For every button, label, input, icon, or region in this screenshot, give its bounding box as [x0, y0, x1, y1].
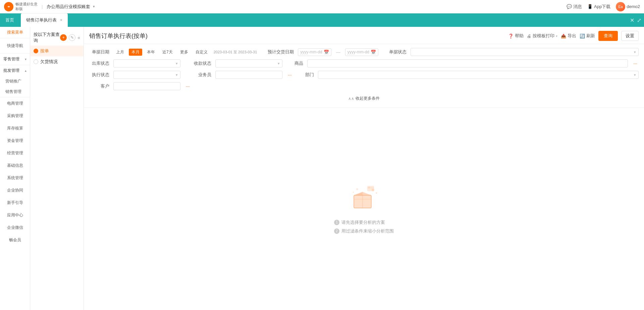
salesperson-input[interactable] — [215, 71, 282, 79]
doc-status-select[interactable] — [411, 48, 639, 56]
sidebar-item-wechat[interactable]: 企业微信 — [0, 221, 30, 234]
customer-label: 客户 — [89, 83, 109, 89]
download-icon: 📱 — [587, 4, 593, 9]
sidebar-item-finance[interactable]: 资金管理 — [0, 135, 30, 147]
product-input[interactable] — [307, 59, 628, 67]
tab-expand-icon[interactable]: ⤢ — [637, 17, 641, 23]
search-button[interactable]: 查询 — [598, 31, 618, 41]
shipment-status-label: 出库状态 — [89, 60, 109, 66]
customer-input[interactable] — [113, 82, 180, 90]
header-right: 💬 消息 📱 App下载 Ea demo2 — [567, 2, 640, 11]
sidebar-item-base-info[interactable]: 基础信息 — [0, 159, 30, 172]
sidebar-item-app-center[interactable]: 应用中心 — [0, 209, 30, 221]
left-panel-add-button[interactable]: + — [60, 34, 67, 41]
empty-tips: 1 请先选择要分析的方案 2 用过滤条件来缩小分析范围 — [334, 218, 394, 236]
settings-button[interactable]: 设置 — [621, 31, 639, 41]
left-panel-header: 按以下方案查询 + ✎ « — [30, 30, 84, 46]
sidebar-item-enterprise[interactable]: 企业协同 — [0, 184, 30, 197]
payment-status-select[interactable] — [215, 59, 282, 67]
filter-row-3: 执行状态 业务员 ··· 部门 — [89, 71, 639, 79]
filter-row-2: 出库状态 收款状态 商品 — [89, 59, 639, 67]
user-profile[interactable]: Ea demo2 — [616, 2, 640, 11]
left-panel-collapse-icon[interactable]: « — [77, 35, 80, 40]
export-button[interactable]: 📤 导出 — [561, 33, 576, 39]
date-tab-this-month[interactable]: 本月 — [129, 49, 142, 56]
breadcrumb-chevron-icon[interactable]: ▾ — [93, 4, 95, 9]
sidebar-item-purchase[interactable]: 采购管理 — [0, 110, 30, 122]
sidebar-search[interactable]: 搜索菜单 — [0, 27, 30, 38]
date-tab-more[interactable]: 更多 — [177, 49, 191, 56]
breadcrumb-text: 办公用品行业模拟账套 — [47, 4, 90, 10]
messages-button[interactable]: 💬 消息 — [567, 4, 582, 10]
date-tab-7days[interactable]: 近7天 — [160, 49, 175, 56]
sidebar-item-quick-nav[interactable]: 快捷导航 — [0, 40, 30, 51]
tab-home[interactable]: 首页 — [0, 13, 19, 27]
left-panel-edit-button[interactable]: ✎ — [69, 34, 75, 41]
dept-select[interactable] — [318, 71, 639, 79]
doc-status-select-wrap — [411, 48, 639, 56]
empty-state-icon: ✦ ✦ — [349, 183, 379, 213]
empty-tip-row-2: 2 用过滤条件来缩小分析范围 — [334, 227, 394, 236]
date-range-separator: — — [335, 50, 341, 55]
left-panel: 按以下方案查询 + ✎ « 按单 欠货情况 — [30, 27, 84, 310]
left-panel-item-shortage[interactable]: 欠货情况 — [30, 56, 84, 67]
header-left: 畅捷通好生意 标版 | 办公用品行业模拟账套 ▾ — [4, 2, 95, 11]
product-more-icon[interactable]: ··· — [632, 61, 639, 66]
filter-row-4: 客户 ··· — [89, 82, 639, 90]
tab-close-icon[interactable]: × — [60, 18, 62, 22]
sidebar-retail-header[interactable]: 零售管理 ▾ — [0, 54, 30, 65]
sidebar-item-marketing[interactable]: 营销推广 — [0, 76, 30, 87]
logo-icon — [4, 2, 13, 11]
left-panel-label-shortage: 欠货情况 — [40, 59, 58, 65]
svg-point-7 — [356, 188, 358, 190]
expected-date-end[interactable]: yyyy-mm-dd 📅 — [345, 48, 378, 56]
end-date-placeholder: yyyy-mm-dd — [347, 50, 369, 54]
tab-sales-order[interactable]: 销售订单执行表 × — [21, 13, 68, 27]
print-button[interactable]: 🖨 按模板打印 ▾ — [527, 33, 557, 39]
expected-date-label: 预计交货日期 — [268, 49, 294, 55]
print-chevron-icon: ▾ — [556, 34, 557, 38]
retail-arrow-icon: ▾ — [25, 57, 26, 61]
date-tab-this-year[interactable]: 本年 — [144, 49, 158, 56]
sidebar-item-ecommerce[interactable]: 电商管理 — [0, 97, 30, 110]
sidebar-wholesale-header[interactable]: 批发管理 ▴ — [0, 65, 30, 76]
wholesale-arrow-icon: ▴ — [25, 69, 26, 72]
customer-more-icon[interactable]: ··· — [184, 84, 191, 89]
shipment-status-select[interactable] — [113, 59, 180, 67]
date-tab-custom[interactable]: 自定义 — [193, 49, 210, 56]
exec-status-select[interactable] — [113, 71, 180, 79]
breadcrumb-separator: | — [42, 4, 43, 9]
salesperson-more-icon[interactable]: ··· — [286, 72, 293, 78]
collapse-arrow-icon: ∧∧ — [348, 96, 354, 101]
sidebar-item-sales[interactable]: 销售管理 — [0, 87, 30, 97]
refresh-button[interactable]: 🔄 刷新 — [580, 33, 595, 39]
date-tab-group: 上月 本月 本年 近7天 更多 自定义 2023-03-01 至 2023-03… — [113, 49, 257, 56]
collapse-button[interactable]: ∧∧ 收起更多条件 — [89, 94, 639, 103]
svg-text:✦: ✦ — [352, 191, 355, 194]
logo-area: 畅捷通好生意 标版 — [4, 2, 38, 11]
avatar: Ea — [616, 2, 625, 11]
sidebar-item-operations[interactable]: 经营管理 — [0, 147, 30, 159]
sidebar-item-inventory[interactable]: 库存核算 — [0, 122, 30, 135]
payment-status-label: 收款状态 — [191, 60, 211, 66]
sidebar-section-retail: 零售管理 ▾ — [0, 54, 30, 65]
help-button[interactable]: ❓ 帮助 — [508, 33, 524, 39]
sidebar-item-system[interactable]: 系统管理 — [0, 172, 30, 184]
logo-text: 畅捷通好生意 标版 — [15, 2, 38, 11]
sidebar-item-member[interactable]: 畅会员 — [0, 234, 30, 246]
date-label: 单据日期 — [89, 49, 109, 55]
product-label: 商品 — [293, 60, 303, 66]
app-download-button[interactable]: 📱 App下载 — [587, 4, 610, 10]
shipment-status-select-wrap — [113, 59, 180, 67]
tab-bar: 首页 销售订单执行表 × ✕ ⤢ — [0, 13, 644, 27]
filter-area: 单据日期 上月 本月 本年 近7天 更多 自定义 2023-03-01 至 20… — [84, 44, 644, 108]
date-tab-last-month[interactable]: 上月 — [113, 49, 127, 56]
empty-state-area: ✦ ✦ 1 请先选择要分析的方案 2 — [84, 108, 644, 310]
sidebar-item-new-guide[interactable]: 新手引导 — [0, 197, 30, 209]
sidebar: 搜索菜单 快捷导航 零售管理 ▾ 批发管理 ▴ 营销推广 销售管理 电商管理 采… — [0, 27, 30, 310]
left-panel-item-by-order[interactable]: 按单 — [30, 46, 84, 56]
page-title-bar: 销售订单执行表(按单) ❓ 帮助 🖨 按模板打印 ▾ 📤 — [84, 27, 644, 44]
payment-status-select-wrap — [215, 59, 282, 67]
tab-close-window-icon[interactable]: ✕ — [630, 17, 634, 23]
expected-date-start[interactable]: yyyy-mm-dd 📅 — [298, 48, 331, 56]
